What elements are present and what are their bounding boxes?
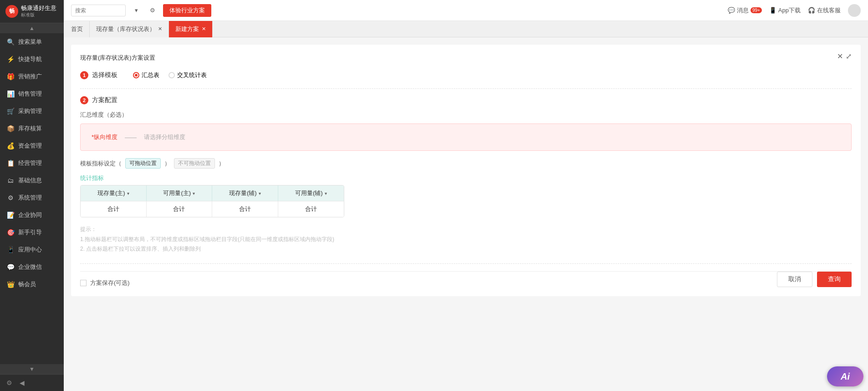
sidebar-item-wechat[interactable]: 💬 企业微信 [0, 258, 64, 276]
chevron-1: ▾ [193, 191, 195, 196]
stats-col-header-3[interactable]: 可用量(辅) ▾ [278, 185, 344, 201]
col-label-3: 可用量(辅) [295, 189, 323, 197]
stats-cell-0: 合计 [81, 201, 147, 217]
collapse-footer-icon[interactable]: ◀ [20, 379, 25, 386]
tips-title: 提示： [80, 226, 97, 232]
sidebar-item-apps[interactable]: 📱 应用中心 [0, 241, 64, 258]
wechat-icon: 💬 [6, 263, 15, 271]
query-button[interactable]: 查询 [817, 272, 852, 287]
stats-table-header: 现存量(主) ▾ 可用量(主) ▾ 现存量(辅) ▾ [81, 185, 344, 201]
settings-icon[interactable]: ⚙ [147, 5, 158, 16]
step1-section: 1 选择模板 汇总表 交叉统计表 [80, 71, 852, 79]
sidebar-item-label: 快捷导航 [18, 55, 42, 63]
topbar-right: 💬 消息 99+ 📱 App下载 🎧 在线客服 [728, 4, 861, 17]
bottom-actions: 取消 查询 [777, 272, 852, 287]
step2-section: 2 方案配置 汇总维度（必选） *纵向维度 —— 请选择分组维度 [80, 96, 852, 254]
trial-button[interactable]: 体验行业方案 [163, 4, 211, 17]
service-icon: 🎧 [808, 7, 815, 14]
tab-home[interactable]: 首页 [64, 21, 90, 37]
dropdown-icon[interactable]: ▾ [130, 5, 142, 16]
tab-inventory[interactable]: 现存量（库存状况表） ✕ [90, 21, 169, 37]
topbar: ▾ ⚙ 体验行业方案 💬 消息 99+ 📱 App下载 🎧 在线客服 [64, 0, 868, 21]
sidebar-item-marketing[interactable]: 🎁 营销推广 [0, 68, 64, 85]
stats-col-header-1[interactable]: 可用量(主) ▾ [147, 185, 213, 201]
sidebar-item-finance[interactable]: 💰 资金管理 [0, 137, 64, 154]
sidebar-item-inventory[interactable]: 📦 库存核算 [0, 120, 64, 137]
step2-num: 2 [80, 96, 88, 104]
sidebar-item-label: 企业微信 [18, 263, 42, 271]
sidebar-item-member[interactable]: 👑 畅会员 [0, 276, 64, 293]
radio-cross[interactable]: 交叉统计表 [168, 71, 207, 79]
logo-icon: 畅 [5, 5, 18, 18]
tab-inventory-close[interactable]: ✕ [158, 26, 162, 32]
sidebar-item-guide[interactable]: 🎯 新手引导 [0, 224, 64, 241]
stats-col-header-0[interactable]: 现存量(主) ▾ [81, 185, 147, 201]
online-service-button[interactable]: 🎧 在线客服 [808, 6, 841, 15]
basic-icon: 🗂 [6, 176, 15, 185]
sidebar-item-contract[interactable]: 📝 企业协同 [0, 206, 64, 224]
member-icon: 👑 [6, 280, 15, 288]
close-panel-button[interactable]: ✕ [837, 52, 843, 61]
stats-cell-2: 合计 [212, 201, 278, 217]
tips-section: 提示： 1.拖动标题栏可以调整布局，不可跨维度或指标区域拖动栏目字段(只能在同一… [80, 225, 852, 254]
sidebar-scroll-up[interactable]: ▲ [0, 23, 64, 33]
dimension-label: 汇总维度（必选） [80, 111, 852, 119]
radio-group: 汇总表 交叉统计表 [133, 71, 207, 79]
search-menu-icon: 🔍 [6, 38, 15, 46]
ai-label: Ai [841, 371, 850, 382]
radio-summary[interactable]: 汇总表 [133, 71, 159, 79]
sidebar-item-purchase[interactable]: 🛒 采购管理 [0, 103, 64, 120]
sidebar-item-search[interactable]: 🔍 搜索菜单 [0, 33, 64, 51]
finance-icon: 💰 [6, 142, 15, 150]
sidebar-scroll-down[interactable]: ▼ [0, 364, 64, 374]
tab-new-plan-label: 新建方案 [175, 25, 199, 33]
user-avatar[interactable] [848, 4, 861, 17]
bottom-divider [80, 263, 852, 264]
app-logo: 畅 畅康通好生意 标准版 [0, 0, 64, 23]
dimension-row: *纵向维度 —— 请选择分组维度 [92, 133, 840, 141]
cancel-button[interactable]: 取消 [777, 272, 812, 287]
save-checkbox[interactable] [80, 280, 87, 286]
message-icon: 💬 [728, 7, 735, 14]
dimension-box: *纵向维度 —— 请选择分组维度 [80, 123, 852, 151]
chevron-2: ▾ [259, 191, 261, 196]
indicator-label-text: 模板指标设定（ [80, 159, 122, 168]
sidebar-item-management[interactable]: 📋 经营管理 [0, 154, 64, 172]
sidebar-item-basic[interactable]: 🗂 基础信息 [0, 172, 64, 189]
sidebar-item-sales[interactable]: 📊 销售管理 [0, 85, 64, 103]
tab-new-plan-close[interactable]: ✕ [202, 26, 206, 32]
sidebar-item-label: 应用中心 [18, 246, 42, 254]
search-input[interactable] [71, 5, 126, 16]
tip-item-0: 1.拖动标题栏可以调整布局，不可跨维度或指标区域拖动栏目字段(只能在同一维度或指… [80, 235, 852, 245]
sidebar-item-label: 采购管理 [18, 107, 42, 115]
tabbar: 首页 现存量（库存状况表） ✕ 新建方案 ✕ [64, 21, 868, 37]
sidebar-item-nav[interactable]: ⚡ 快捷导航 [0, 51, 64, 68]
contract-icon: 📝 [6, 211, 15, 219]
message-label: 消息 [737, 6, 749, 15]
content-area: ✕ ⤢ 现存量(库存状况表)方案设置 1 选择模板 汇总表 [64, 37, 868, 391]
app-name: 畅康通好生意 [21, 5, 56, 12]
stats-table-row: 合计 合计 合计 合计 [81, 201, 344, 217]
panel-controls: ✕ ⤢ [837, 52, 852, 61]
sidebar-item-label: 销售管理 [18, 90, 42, 98]
expand-panel-button[interactable]: ⤢ [846, 52, 852, 61]
tab-home-label: 首页 [71, 25, 83, 33]
apps-icon: 📱 [6, 246, 15, 254]
content-wrapper: ✕ ⤢ 现存量(库存状况表)方案设置 1 选择模板 汇总表 [71, 45, 861, 296]
app-download-button[interactable]: 📱 App下载 [769, 6, 801, 15]
tab-new-plan[interactable]: 新建方案 ✕ [169, 21, 213, 37]
stats-col-header-2[interactable]: 现存量(辅) ▾ [212, 185, 278, 201]
sidebar-item-label: 经营管理 [18, 159, 42, 167]
message-badge: 99+ [751, 7, 762, 13]
sidebar-item-system[interactable]: ⚙ 系统管理 [0, 189, 64, 206]
sidebar-item-label: 库存核算 [18, 124, 42, 133]
radio-summary-label: 汇总表 [142, 71, 159, 79]
settings-footer-icon[interactable]: ⚙ [6, 379, 12, 386]
ai-bubble[interactable]: Ai [827, 366, 863, 386]
stats-table: 现存量(主) ▾ 可用量(主) ▾ 现存量(辅) ▾ [80, 185, 344, 217]
stats-cell-1: 合计 [147, 201, 213, 217]
tag-draggable: 可拖动位置 [125, 158, 161, 169]
sidebar-item-label: 营销推广 [18, 72, 42, 81]
save-checkbox-row: 方案保存(可选) [80, 271, 852, 287]
messages-button[interactable]: 💬 消息 99+ [728, 6, 762, 15]
